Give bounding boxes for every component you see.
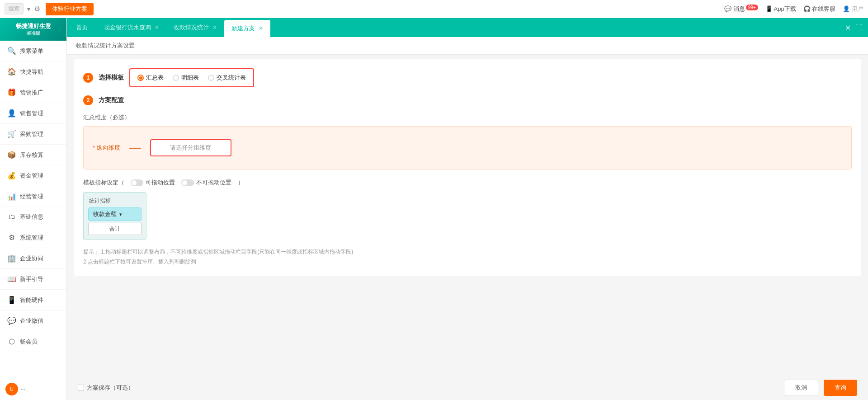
sidebar-item-newbie[interactable]: 📖 新手引导 (0, 269, 66, 290)
sidebar-item-finance[interactable]: 💰 资金管理 (0, 165, 66, 186)
tab-close-new-plan[interactable]: ✕ (259, 25, 263, 32)
step2-number: 2 (83, 95, 93, 105)
sidebar-item-search-menu[interactable]: 🔍 搜索菜单 (0, 41, 66, 61)
sidebar-item-base-info[interactable]: 🗂 基础信息 (0, 207, 66, 227)
query-button[interactable]: 查询 (824, 380, 857, 396)
trial-industry-button[interactable]: 体验行业方案 (46, 3, 94, 15)
tab-new-plan-label: 新建方案 (231, 24, 255, 33)
sidebar-username: ··· (21, 386, 25, 392)
dimension-input[interactable]: 请选择分组维度 (150, 139, 231, 156)
hint-text: 提示： 1.拖动标题栏可以调整布局，不可跨维度或指标区域拖动栏目字段(只能在同一… (83, 247, 852, 267)
bottom-buttons: 取消 查询 (784, 380, 857, 396)
step2-row: 2 方案配置 (83, 95, 852, 105)
save-option: 方案保存（可选） (78, 384, 134, 392)
tab-bar: 首页 现金银行流水查询 ✕ 收款情况统计 ✕ 新建方案 ✕ ✕ ⛶ (67, 18, 868, 37)
sidebar-item-label: 营销推广 (20, 89, 43, 97)
radio-detail[interactable]: 明细表 (173, 74, 199, 82)
step1-row: 1 选择模板 汇总表 明细表 交叉统计表 (83, 68, 852, 87)
breadcrumb-text: 收款情况统计方案设置 (76, 42, 135, 49)
money-icon: 💰 (7, 171, 16, 180)
sidebar-item-inventory[interactable]: 📦 库存核算 (0, 145, 66, 165)
logo-sub: 标准版 (16, 30, 51, 37)
sidebar-item-label: 新手引导 (20, 275, 43, 283)
tab-close-collection-stat[interactable]: ✕ (212, 24, 217, 31)
gift-icon: 🎁 (7, 88, 16, 97)
sidebar-item-label: 企业微信 (20, 317, 43, 325)
top-bar: 搜索 ▾ ⚙ 体验行业方案 💬 消息99+ 📱 App下载 🎧 在线客服 👤 用… (0, 0, 868, 18)
phone-icon: 📱 (7, 296, 16, 304)
step1-title: 选择模板 (99, 74, 124, 82)
folder-icon: 🗂 (7, 213, 16, 221)
vertical-dim-label: * 纵向维度 (93, 144, 120, 152)
online-service-link[interactable]: 🎧 在线客服 (803, 5, 836, 13)
config-section: 汇总维度（必选） * 纵向维度 —— 请选择分组维度 模板指标设定（ (83, 113, 852, 267)
metrics-chip-label: 收款金额 (93, 210, 117, 218)
tab-bank-flow[interactable]: 现金银行流水查询 ✕ (97, 18, 166, 37)
sidebar-item-system[interactable]: ⚙ 系统管理 (0, 227, 66, 248)
draggable-toggle-label: 可拖动位置 (131, 179, 175, 187)
sidebar-item-quick-nav[interactable]: 🏠 快捷导航 (0, 61, 66, 82)
sidebar-item-label: 智能硬件 (20, 296, 43, 304)
content-area: 首页 现金银行流水查询 ✕ 收款情况统计 ✕ 新建方案 ✕ ✕ ⛶ 收款情况统计… (67, 18, 868, 400)
sidebar-item-label: 采购管理 (20, 130, 43, 138)
tab-close-bank-flow[interactable]: ✕ (155, 24, 159, 31)
dropdown-arrow-icon[interactable]: ▾ (27, 5, 30, 13)
top-search-text: 搜索 (9, 5, 19, 13)
draggable-toggle[interactable] (131, 179, 143, 186)
sidebar-item-label: 基础信息 (20, 213, 43, 221)
template-selector-box: 汇总表 明细表 交叉统计表 (129, 68, 254, 87)
person-icon: 👤 (7, 109, 16, 118)
sidebar-item-label: 快捷导航 (20, 68, 43, 76)
home-icon: 🏠 (7, 67, 16, 76)
radio-crosstab[interactable]: 交叉统计表 (208, 74, 246, 82)
chat-icon: 💬 (7, 316, 16, 325)
radio-summary[interactable]: 汇总表 (137, 74, 164, 82)
sidebar-item-enterprise-collab[interactable]: 🏢 企业协同 (0, 248, 66, 269)
metrics-chip[interactable]: 收款金额 ▾ (88, 207, 142, 221)
tab-close-window-icon[interactable]: ✕ (845, 24, 851, 32)
member-icon: ⬡ (7, 337, 16, 346)
sidebar-item-label: 搜索菜单 (20, 47, 43, 55)
chip-dropdown-icon[interactable]: ▾ (119, 212, 122, 217)
sidebar-item-smart-hardware[interactable]: 📱 智能硬件 (0, 290, 66, 311)
sidebar-item-operations[interactable]: 📊 经营管理 (0, 186, 66, 207)
radio-detail-label: 明细表 (181, 74, 199, 82)
main-layout: 畅捷通好生意 标准版 🔍 搜索菜单 🏠 快捷导航 🎁 营销推广 👤 销售管理 🛒… (0, 18, 868, 400)
tab-expand-icon[interactable]: ⛶ (855, 24, 863, 32)
tab-bar-actions: ✕ ⛶ (845, 24, 868, 32)
tab-home[interactable]: 首页 (67, 18, 97, 37)
sidebar-item-label: 经营管理 (20, 193, 43, 201)
form-section: 1 选择模板 汇总表 明细表 交叉统计表 (74, 59, 861, 276)
sidebar-item-label: 销售管理 (20, 109, 43, 118)
metrics-header-text: 模板指标设定（ (83, 179, 124, 187)
sidebar-item-label: 系统管理 (20, 234, 43, 242)
dimension-section-title: 汇总维度（必选） (83, 113, 852, 122)
sidebar-logo: 畅捷通好生意 标准版 (0, 18, 66, 41)
cart-icon: 🛒 (7, 130, 16, 138)
messages-link[interactable]: 💬 消息99+ (724, 5, 758, 13)
tab-new-plan[interactable]: 新建方案 ✕ (224, 20, 270, 37)
sidebar-item-marketing[interactable]: 🎁 营销推广 (0, 82, 66, 103)
sidebar-item-sales[interactable]: 👤 销售管理 (0, 103, 66, 124)
sidebar-item-label: 企业协同 (20, 254, 43, 263)
not-draggable-toggle-label: 不可拖动位置 (181, 179, 231, 187)
cancel-button[interactable]: 取消 (784, 380, 818, 396)
sidebar-item-purchase[interactable]: 🛒 采购管理 (0, 124, 66, 145)
tab-bank-flow-label: 现金银行流水查询 (104, 24, 151, 32)
tab-collection-stat[interactable]: 收款情况统计 ✕ (166, 18, 224, 37)
sidebar-bottom: U ··· (0, 378, 66, 400)
sidebar-item-member[interactable]: ⬡ 畅会员 (0, 331, 66, 352)
sidebar-item-label: 资金管理 (20, 172, 43, 180)
dimension-arrow: —— (129, 145, 141, 151)
app-download-link[interactable]: 📱 App下载 (765, 5, 796, 13)
required-star: * (93, 144, 95, 151)
sidebar-item-enterprise-wechat[interactable]: 💬 企业微信 (0, 311, 66, 331)
tab-home-label: 首页 (76, 24, 88, 32)
not-draggable-toggle[interactable] (181, 179, 194, 186)
gear-icon[interactable]: ⚙ (34, 5, 40, 13)
save-checkbox[interactable] (78, 385, 84, 391)
user-avatar[interactable]: 👤 用户 (843, 5, 863, 13)
dimension-area: * 纵向维度 —— 请选择分组维度 (83, 126, 852, 169)
tab-collection-stat-label: 收款情况统计 (174, 24, 209, 32)
radio-crosstab-label: 交叉统计表 (217, 74, 246, 82)
